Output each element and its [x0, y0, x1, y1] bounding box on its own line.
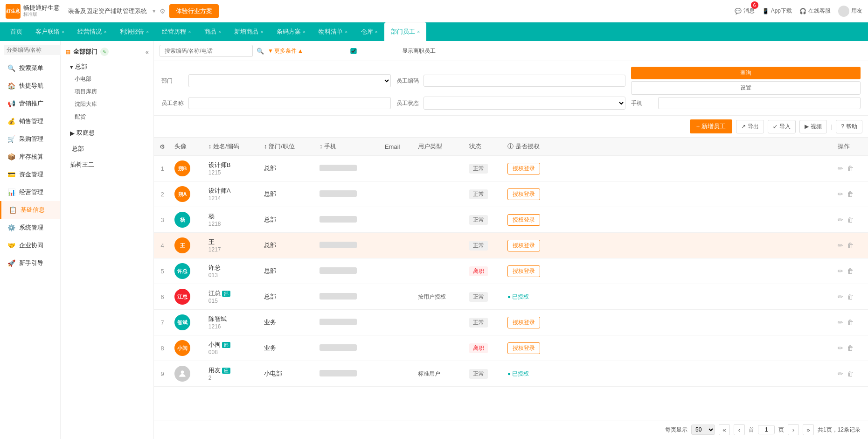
th-name[interactable]: ↕ 姓名/编码: [205, 138, 260, 156]
sidebar-item-search[interactable]: 🔍搜索菜单: [0, 59, 60, 77]
dept-collapse-btn[interactable]: «: [146, 49, 149, 56]
auth-login-btn[interactable]: 授权登录: [507, 188, 540, 200]
close-operations-tab[interactable]: ×: [104, 29, 106, 35]
sidebar-item-quicknav[interactable]: 🏠快捷导航: [0, 77, 60, 95]
dept-edit-btn[interactable]: ✎: [100, 48, 109, 56]
search-btn[interactable]: 查询: [631, 67, 861, 79]
edit-btn[interactable]: ✏: [838, 165, 843, 172]
app-download-btn[interactable]: 📱 App下载: [762, 7, 792, 15]
sidebar-item-finance[interactable]: 💳资金管理: [0, 166, 60, 183]
empname-input[interactable]: [188, 97, 391, 109]
dept-select[interactable]: [188, 74, 391, 87]
auth-login-btn[interactable]: 授权登录: [507, 317, 540, 328]
sidebar-item-marketing[interactable]: 📢营销推广: [0, 95, 60, 112]
dept-zongbu2-title[interactable]: 总部: [61, 143, 153, 155]
export-btn[interactable]: ↗ 导出: [736, 120, 764, 133]
dept-chashuwangr-title[interactable]: 插树王二: [61, 159, 153, 171]
more-filter-btn[interactable]: ▼ 更多条件 ▲: [268, 47, 303, 55]
search-icon-btn[interactable]: 🔍: [257, 48, 264, 55]
tab-goods[interactable]: 商品 ×: [198, 22, 228, 41]
edit-btn[interactable]: ✏: [838, 216, 843, 223]
dept-group-zongbu-title[interactable]: ▾ 总部: [61, 61, 153, 73]
close-history-tab[interactable]: ×: [188, 29, 191, 35]
tab-bom[interactable]: 物料清单 ×: [312, 22, 354, 41]
close-goods-tab[interactable]: ×: [218, 29, 221, 35]
dept-item-xiaodian[interactable]: 小电部: [61, 73, 153, 85]
auth-login-btn[interactable]: 授权登录: [507, 342, 540, 354]
first-page-btn[interactable]: «: [719, 424, 730, 435]
close-bom-tab[interactable]: ×: [345, 29, 347, 35]
show-resigned-checkbox[interactable]: [307, 48, 400, 54]
edit-btn[interactable]: ✏: [838, 370, 843, 377]
delete-btn[interactable]: 🗑: [847, 190, 854, 198]
last-page-btn[interactable]: »: [803, 424, 814, 435]
edit-btn[interactable]: ✏: [838, 190, 843, 198]
sidebar-item-purchase[interactable]: 🛒采购管理: [0, 130, 60, 148]
sidebar-item-guide[interactable]: 🚀新手引导: [0, 254, 60, 272]
tab-operations[interactable]: 经营情况 ×: [71, 22, 113, 41]
show-resigned-label[interactable]: 显示离职员工: [307, 47, 436, 55]
sidebar-item-sales[interactable]: 💰销售管理: [0, 112, 60, 130]
tab-warehouse[interactable]: 仓库 ×: [354, 22, 384, 41]
dept-item-project[interactable]: 项目库房: [61, 85, 153, 98]
user-btn[interactable]: 用友: [838, 6, 862, 17]
tab-history[interactable]: 经营历程 ×: [155, 22, 197, 41]
dropdown-icon[interactable]: ▾: [153, 7, 156, 14]
tab-home[interactable]: 首页: [4, 22, 29, 41]
delete-btn[interactable]: 🗑: [847, 319, 854, 326]
prev-page-btn[interactable]: ‹: [734, 424, 745, 435]
phone-input[interactable]: [658, 97, 861, 109]
close-barcode-tab[interactable]: ×: [303, 29, 306, 35]
delete-btn[interactable]: 🗑: [847, 267, 854, 275]
tab-profit[interactable]: 利润报告 ×: [113, 22, 155, 41]
online-service-btn[interactable]: 🎧 在线客服: [799, 7, 831, 15]
auth-login-btn[interactable]: 授权登录: [507, 265, 540, 277]
dept-shuangtingxiang-title[interactable]: ▶ 双庭想: [61, 127, 153, 139]
tab-barcode[interactable]: 条码方案 ×: [270, 22, 312, 41]
import-btn[interactable]: ↙ 导入: [768, 120, 796, 133]
auth-login-btn[interactable]: 授权登录: [507, 163, 540, 174]
status-select[interactable]: [424, 97, 626, 110]
delete-btn[interactable]: 🗑: [847, 216, 854, 223]
close-profit-tab[interactable]: ×: [146, 29, 149, 35]
th-settings[interactable]: ⚙: [154, 138, 171, 156]
next-page-btn[interactable]: ›: [788, 424, 799, 435]
edit-btn[interactable]: ✏: [838, 344, 843, 352]
auth-login-btn[interactable]: 授权登录: [507, 214, 540, 226]
trial-button[interactable]: 体验行业方案: [169, 4, 219, 18]
sidebar-item-operations[interactable]: 📊经营管理: [0, 183, 60, 201]
empcode-input[interactable]: [424, 75, 626, 87]
delete-btn[interactable]: 🗑: [847, 293, 854, 300]
edit-btn[interactable]: ✏: [838, 319, 843, 326]
sidebar-item-inventory[interactable]: 📦库存核算: [0, 148, 60, 166]
delete-btn[interactable]: 🗑: [847, 242, 854, 249]
add-employee-btn[interactable]: + 新增员工: [690, 119, 732, 133]
page-input[interactable]: [758, 425, 775, 434]
tab-add-goods[interactable]: 新增商品 ×: [228, 22, 270, 41]
th-phone[interactable]: ↕ 手机: [316, 138, 381, 156]
auth-login-btn[interactable]: 授权登录: [507, 240, 540, 251]
edit-btn[interactable]: ✏: [838, 293, 843, 300]
close-warehouse-tab[interactable]: ×: [375, 29, 378, 35]
help-btn[interactable]: ? 帮助: [836, 120, 862, 133]
delete-btn[interactable]: 🗑: [847, 165, 854, 172]
edit-btn[interactable]: ✏: [838, 242, 843, 249]
edit-btn[interactable]: ✏: [838, 267, 843, 275]
dept-item-peihuo[interactable]: 配货: [61, 111, 153, 123]
th-dept[interactable]: ↕ 部门/职位: [260, 138, 316, 156]
delete-btn[interactable]: 🗑: [847, 344, 854, 352]
close-addgoods-tab[interactable]: ×: [260, 29, 263, 35]
per-page-select[interactable]: 50 20 100: [691, 425, 715, 435]
sidebar-item-collab[interactable]: 🤝企业协同: [0, 237, 60, 254]
view-btn[interactable]: ▶ 视频: [799, 120, 827, 133]
settings-icon[interactable]: ⚙: [160, 7, 166, 15]
tab-customer[interactable]: 客户联络 ×: [29, 22, 71, 41]
delete-btn[interactable]: 🗑: [847, 370, 854, 377]
sidebar-item-system[interactable]: ⚙️系统管理: [0, 219, 60, 237]
close-dept-tab[interactable]: ×: [417, 29, 420, 35]
message-btn[interactable]: 💬 消息 6: [735, 7, 755, 15]
search-input[interactable]: [160, 45, 253, 57]
dept-item-shenyang[interactable]: 沈阳大库: [61, 98, 153, 111]
sidebar-item-basic[interactable]: 📋基础信息: [0, 201, 60, 219]
close-customer-tab[interactable]: ×: [62, 29, 64, 35]
